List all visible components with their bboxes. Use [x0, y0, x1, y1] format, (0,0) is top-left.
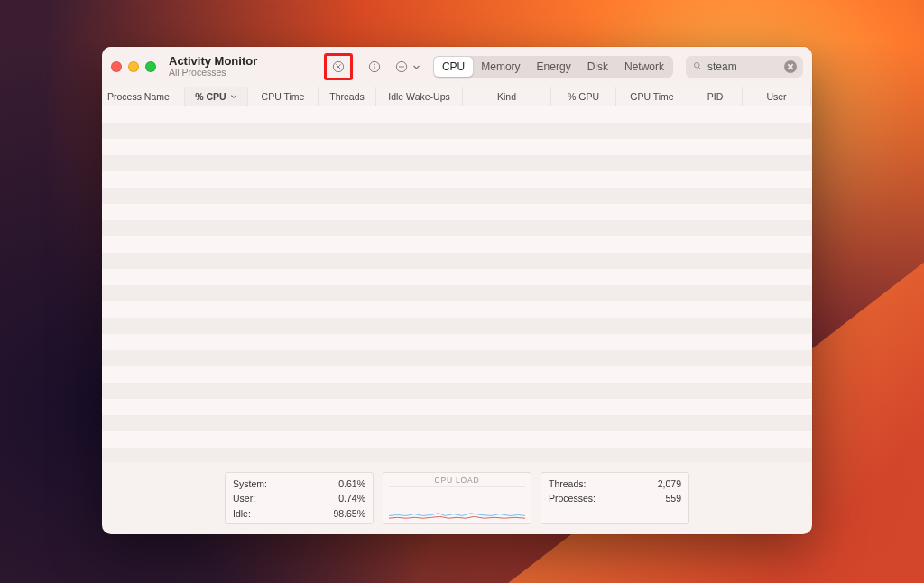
cpu-load-chart	[389, 486, 525, 521]
colheader-kind[interactable]: Kind	[463, 87, 551, 106]
cpu-stats-panel: System:0.61% User:0.74% Idle:98.65%	[225, 472, 374, 524]
close-window-button[interactable]	[111, 61, 122, 72]
app-subtitle: All Processes	[169, 68, 257, 79]
colheader-threads[interactable]: Threads	[319, 87, 376, 106]
svg-point-8	[695, 63, 700, 69]
tab-energy[interactable]: Energy	[529, 57, 579, 77]
svg-point-4	[374, 64, 375, 65]
column-header-row: Process Name% CPUCPU TimeThreadsIdle Wak…	[102, 87, 812, 106]
colheader-user[interactable]: User	[743, 87, 811, 106]
label-idle: Idle:	[233, 506, 251, 521]
traffic-lights	[111, 61, 156, 72]
value-processes: 559	[665, 491, 681, 505]
label-threads: Threads:	[549, 477, 586, 491]
colheader-cpu-time[interactable]: CPU Time	[248, 87, 319, 106]
toolbar: Activity Monitor All Processes CPUMemory…	[102, 47, 812, 87]
counts-panel: Threads:2,079 Processes:559	[541, 472, 689, 524]
label-user: User:	[233, 491, 255, 505]
colheader-gpu-time[interactable]: GPU Time	[616, 87, 688, 106]
tab-memory[interactable]: Memory	[473, 57, 528, 77]
stop-process-button[interactable]	[328, 57, 349, 77]
search-field[interactable]	[686, 56, 803, 78]
chart-title: CPU LOAD	[389, 476, 525, 485]
minimize-window-button[interactable]	[128, 61, 139, 72]
colheader--gpu[interactable]: % GPU	[551, 87, 616, 106]
colheader-pid[interactable]: PID	[688, 87, 743, 106]
info-button[interactable]	[364, 57, 385, 77]
tab-segmented-control: CPUMemoryEnergyDiskNetwork	[433, 56, 673, 78]
annotation-highlight	[324, 53, 353, 80]
process-table-body[interactable]	[102, 106, 812, 462]
tab-disk[interactable]: Disk	[579, 57, 616, 77]
tab-cpu[interactable]: CPU	[434, 57, 473, 77]
colheader-idle-wake-ups[interactable]: Idle Wake-Ups	[376, 87, 463, 106]
value-user: 0.74%	[338, 491, 365, 505]
colheader-process-name[interactable]: Process Name	[102, 87, 185, 106]
tab-network[interactable]: Network	[616, 57, 672, 77]
zoom-window-button[interactable]	[145, 61, 156, 72]
search-icon	[692, 59, 703, 75]
value-idle: 98.65%	[333, 506, 365, 521]
options-menu-button[interactable]	[393, 57, 420, 77]
title-block: Activity Monitor All Processes	[169, 55, 257, 79]
app-title: Activity Monitor	[169, 55, 257, 68]
label-processes: Processes:	[549, 491, 596, 505]
colheader--cpu[interactable]: % CPU	[185, 87, 248, 106]
value-system: 0.61%	[338, 477, 365, 491]
clear-search-button[interactable]	[784, 60, 797, 73]
cpu-load-chart-panel: CPU LOAD	[383, 472, 531, 524]
search-input[interactable]	[707, 60, 780, 73]
label-system: System:	[233, 477, 267, 491]
value-threads: 2,079	[658, 477, 681, 491]
activity-monitor-window: Activity Monitor All Processes CPUMemory…	[102, 47, 812, 534]
svg-line-9	[699, 68, 702, 70]
footer: System:0.61% User:0.74% Idle:98.65% CPU …	[102, 462, 812, 534]
